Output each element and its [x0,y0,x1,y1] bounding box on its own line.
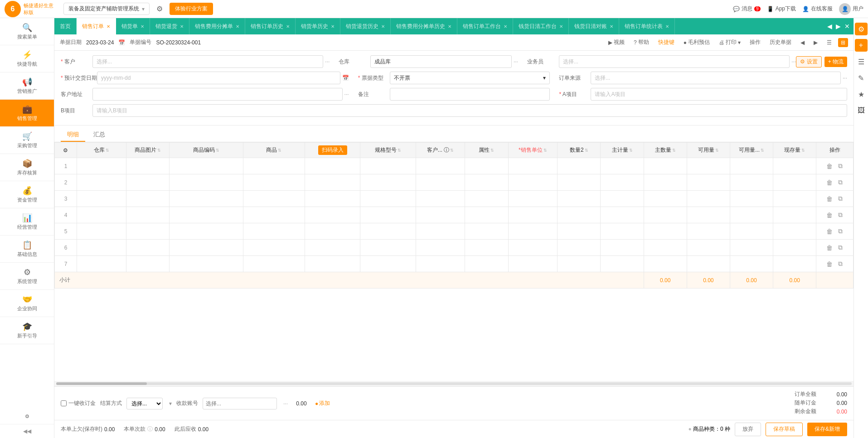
delete-row-1-icon[interactable]: 🗑 [825,162,834,171]
history-button[interactable]: 历史单据 [767,37,794,48]
col-header-attr[interactable]: 属性⇅ [465,143,508,158]
tab-close-sales-expense[interactable]: ✕ [236,24,239,29]
tab-sales-invoice[interactable]: 销货单 ✕ [116,18,150,34]
prev-record-button[interactable]: ◀ [798,38,807,47]
staff-more-icon[interactable]: ··· [791,58,796,65]
delete-row-7-icon[interactable]: 🗑 [825,260,834,269]
col-header-spec[interactable]: 规格型号⇅ [360,143,416,158]
print-button[interactable]: 🖨 打印 ▾ [716,37,743,48]
list-view-button[interactable]: ☰ [824,38,834,47]
col-header-customer-code[interactable]: 客户... ⓘ⇅ [416,143,465,158]
sidebar-item-navigation[interactable]: ⚡ 快捷导航 [0,45,54,72]
account-more-icon[interactable]: ··· [283,400,288,407]
tab-return-history[interactable]: 销货退货历史 ✕ [340,18,391,34]
b-project-input[interactable] [92,104,847,117]
right-list-icon[interactable]: ☰ [855,55,868,68]
tab-daily-workspace[interactable]: 钱货日清工作台 ✕ [513,18,569,34]
sidebar-item-sales[interactable]: 💼 销售管理 [0,100,54,127]
sidebar-toggle-button[interactable]: ◀◀ [0,424,54,438]
delivery-calendar-icon[interactable]: 📅 [342,75,349,81]
profit-button[interactable]: ● 毛利预估 [681,37,713,48]
table-scroll[interactable]: ⚙ 仓库⇅ 商品图片⇅ 商品编码⇅ 商品⇅ 扫码录入 规格型号⇅ 客户... ⓘ… [54,142,853,381]
tab-sales-expense[interactable]: 销售费用分摊单 ✕ [189,18,245,34]
tab-prev-button[interactable]: ◀ [825,22,834,31]
one-click-checkbox[interactable] [61,400,67,406]
copy-row-5-icon[interactable]: ⧉ [836,227,845,236]
right-settings-icon[interactable]: ⚙ [855,23,868,35]
shortcut-button[interactable]: 快捷键 [655,37,677,48]
sidebar-item-inventory[interactable]: 📦 库存核算 [0,154,54,181]
customer-more-icon[interactable]: ··· [325,58,330,65]
user-area[interactable]: 👤 用户 [839,3,863,15]
delivery-date-input[interactable] [97,72,340,84]
message-button[interactable]: 💬 消息 9 [733,5,761,13]
help-button[interactable]: ? 帮助 [631,37,652,48]
add-goods-button[interactable]: + 物流 [824,57,847,67]
sidebar-item-operations[interactable]: 📊 经营管理 [0,208,54,236]
copy-row-7-icon[interactable]: ⧉ [836,260,845,269]
right-edit-icon[interactable]: ✎ [855,72,868,84]
tab-close-sales-stats[interactable]: ✕ [665,24,669,29]
tab-sales-stats[interactable]: 销售订单统计表 ✕ [619,18,675,34]
system-selector[interactable]: 装备及固定资产辅助管理系统 ▾ [63,3,150,15]
tab-close-sales-return[interactable]: ✕ [180,24,184,29]
tab-close-expense-history[interactable]: ✕ [448,24,451,29]
warehouse-value[interactable]: 成品库 [370,55,512,68]
staff-input[interactable] [559,55,790,68]
tab-close-sales-invoice[interactable]: ✕ [141,24,144,29]
col-header-code[interactable]: 商品编码⇅ [169,143,243,158]
tab-close-sales-order[interactable]: ✕ [107,24,110,29]
address-more-icon[interactable]: ··· [344,91,349,97]
sidebar-settings[interactable]: ⚙ [0,409,54,424]
sidebar-item-enterprise[interactable]: 🤝 企业协同 [0,290,54,317]
setting-action-button[interactable]: ⚙ 设置 [796,56,821,67]
sidebar-item-finance[interactable]: 💰 资金管理 [0,181,54,208]
col-header-qty-main[interactable]: 主数量⇅ [644,143,687,158]
app-download-button[interactable]: 📱 App下载 [767,5,796,13]
scroll-thumb[interactable] [56,382,147,385]
tab-expense-history[interactable]: 销售费用分摊单历史 ✕ [391,18,457,34]
account-input[interactable] [203,398,277,409]
col-header-product[interactable]: 商品⇅ [243,143,305,158]
horizontal-scrollbar[interactable] [54,381,853,386]
delete-row-3-icon[interactable]: 🗑 [825,194,834,203]
remark-input[interactable] [390,88,550,101]
tab-daily-reconcile[interactable]: 钱货日清对账 ✕ [569,18,619,34]
copy-row-3-icon[interactable]: ⧉ [836,194,845,203]
delete-row-4-icon[interactable]: 🗑 [825,211,834,220]
tab-close-return-history[interactable]: ✕ [381,24,385,29]
tab-detail[interactable]: 明细 [61,128,85,142]
address-input[interactable] [92,88,343,101]
tab-close-daily-reconcile[interactable]: ✕ [610,24,613,29]
copy-row-6-icon[interactable]: ⧉ [836,243,845,252]
right-add-icon[interactable]: + [855,39,868,52]
tab-close-order-workspace[interactable]: ✕ [504,24,507,29]
sidebar-item-system[interactable]: ⚙ 系统管理 [0,263,54,290]
copy-row-1-icon[interactable]: ⧉ [836,162,845,171]
settings-button[interactable]: ⚙ [153,3,166,15]
trial-button[interactable]: 体验行业方案 [170,3,213,15]
copy-row-4-icon[interactable]: ⧉ [836,211,845,220]
tab-summary[interactable]: 汇总 [87,128,112,142]
payment-select[interactable]: 选择... [126,398,163,409]
tab-close-sales-order-history[interactable]: ✕ [286,24,290,29]
col-header-image[interactable]: 商品图片⇅ [126,143,169,158]
tab-close-invoice-history[interactable]: ✕ [331,24,335,29]
col-header-qty2[interactable]: 数量2⇅ [558,143,601,158]
warehouse-more-icon[interactable]: ··· [514,58,518,65]
col-header-settings[interactable]: ⚙ [55,143,77,158]
save-button[interactable]: 保存&新增 [807,423,847,436]
delete-row-2-icon[interactable]: 🗑 [825,178,834,187]
col-header-stock[interactable]: 现存量⇅ [773,143,816,158]
calendar-icon[interactable]: 📅 [118,39,125,46]
col-header-warehouse[interactable]: 仓库⇅ [77,143,126,158]
order-source-input[interactable] [591,72,841,84]
right-star-icon[interactable]: ★ [855,88,868,101]
col-header-unit-main[interactable]: 主计量⇅ [601,143,644,158]
tab-sales-order-history[interactable]: 销售订单历史 ✕ [245,18,296,34]
col-header-avail[interactable]: 可用量⇅ [687,143,730,158]
tab-menu-button[interactable]: ✕ [843,22,852,31]
tab-invoice-history[interactable]: 销货单历史 ✕ [296,18,340,34]
draft-button[interactable]: 保存草稿 [766,423,803,436]
sidebar-item-guide[interactable]: 🎓 新手引导 [0,317,54,344]
